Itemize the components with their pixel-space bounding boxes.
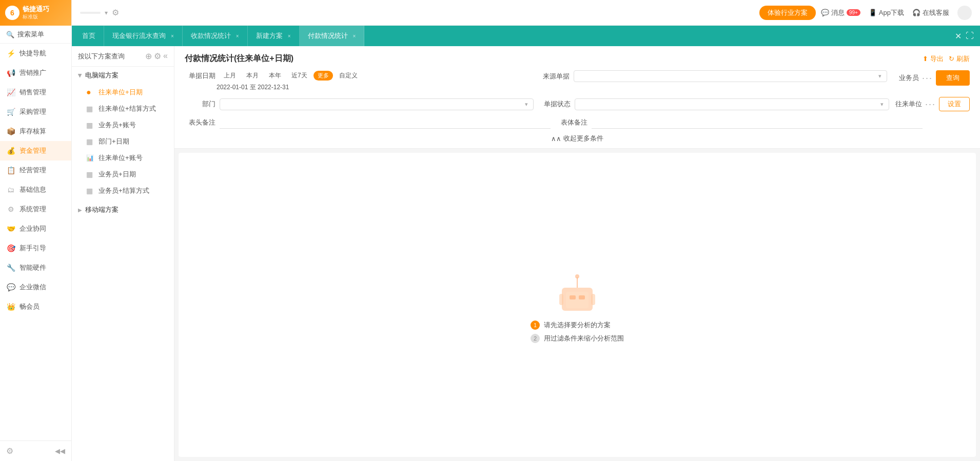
messages-label: 消息 [831, 8, 845, 17]
tab-new-scheme-close[interactable]: × [288, 33, 291, 39]
tabbar-actions: ✕ ⛶ [951, 31, 978, 41]
empty-step-1: 1 请先选择要分析的方案 [531, 320, 624, 330]
source-select[interactable]: ▾ [574, 70, 887, 82]
sidebar-item-inventory[interactable]: 📦 库存核算 [0, 122, 71, 141]
tab-receipt-close[interactable]: × [236, 33, 239, 39]
sidebar-item-guide[interactable]: 🎯 新手引导 [0, 238, 71, 258]
note-head-input[interactable] [220, 116, 551, 129]
date-tab-more[interactable]: 更多 [313, 71, 333, 81]
sidebar-item-operations-icon: 📋 [6, 166, 15, 175]
tab-home[interactable]: 首页 [74, 26, 104, 46]
sidebar-item-funds-label: 资金管理 [19, 146, 46, 155]
dept-select[interactable]: ▾ [220, 98, 534, 110]
date-tab-this-year[interactable]: 本年 [265, 70, 285, 81]
topbar-dropdown-icon[interactable]: ▾ [105, 9, 108, 16]
right-content: 付款情况统计(往来单位+日期) ⬆ 导出 ↻ 刷新 [174, 46, 980, 461]
refresh-label: 刷新 [956, 54, 970, 64]
sidebar-item-hardware[interactable]: 🔧 智能硬件 [0, 258, 71, 277]
scheme-item-unit-settlement-icon: ▦ [86, 105, 95, 113]
topbar-gear-icon[interactable]: ⚙ [112, 8, 119, 17]
message-icon: 💬 [821, 9, 829, 16]
sidebar-item-operations-label: 经营管理 [19, 166, 46, 175]
filter-row-2: 部门 ▾ 单据状态 ▾ [185, 97, 970, 111]
sidebar-item-sales[interactable]: 📈 销售管理 [0, 83, 71, 102]
app-edition: 标准版 [23, 13, 49, 21]
topbar-left: ▾ ⚙ [80, 8, 754, 17]
unit-dots-btn[interactable]: ··· [925, 99, 936, 110]
query-btn[interactable]: 查询 [936, 70, 970, 86]
scheme-item-salesman-settlement-label: 业务员+结算方式 [99, 186, 149, 195]
sidebar-item-purchase[interactable]: 🛒 采购管理 [0, 102, 71, 122]
scheme-item-dept-date[interactable]: ▦ 部门+日期 [72, 133, 174, 150]
refresh-btn[interactable]: ↻ 刷新 [949, 54, 970, 64]
status-select[interactable]: ▾ [575, 98, 889, 110]
sidebar-item-cooperation-icon: 🤝 [6, 224, 15, 233]
scheme-item-unit-settlement[interactable]: ▦ 往来单位+结算方式 [72, 101, 174, 117]
scheme-add-btn[interactable]: ⊕ [145, 51, 152, 61]
date-tab-this-month[interactable]: 本月 [242, 70, 263, 81]
settings-btn[interactable]: 设置 [939, 97, 970, 111]
trial-btn[interactable]: 体验行业方案 [759, 6, 816, 20]
tab-payment[interactable]: 付款情况统计 × [300, 26, 365, 46]
search-menu[interactable]: 🔍 搜索菜单 [0, 26, 71, 44]
filter-row-1: 单据日期 上月 本月 本年 近7天 更多 自定义 2022-01-0 [185, 70, 970, 92]
scheme-category-desktop[interactable]: ▶ 电脑端方案 [72, 67, 174, 84]
note-body-input[interactable] [592, 116, 923, 129]
app-download-btn[interactable]: 📱 App下载 [869, 8, 904, 17]
topbar-username [80, 12, 101, 14]
sidebar-item-wechat[interactable]: 💬 企业微信 [0, 277, 71, 297]
status-label: 单据状态 [540, 99, 571, 109]
sidebar-item-marketing[interactable]: 📢 营销推广 [0, 63, 71, 83]
sidebar-item-operations[interactable]: 📋 经营管理 [0, 161, 71, 180]
date-tab-7days[interactable]: 近7天 [287, 70, 311, 81]
date-tab-custom[interactable]: 自定义 [335, 70, 362, 81]
page-title: 付款情况统计(往来单位+日期) [185, 53, 293, 64]
sidebar-item-funds[interactable]: 💰 资金管理 [0, 141, 71, 161]
scheme-item-dept-date-label: 部门+日期 [99, 137, 129, 146]
scheme-item-salesman-account[interactable]: ▦ 业务员+账号 [72, 117, 174, 133]
sidebar-item-guide-label: 新手引导 [19, 244, 46, 253]
collapse-icon: ∧∧ [551, 135, 561, 143]
scheme-collapse-btn[interactable]: « [163, 51, 168, 61]
date-range-display: 2022-01-01 至 2022-12-31 [185, 83, 289, 92]
sidebar-settings-icon[interactable]: ⚙ [6, 446, 13, 456]
scheme-list: ▶ 电脑端方案 ● 往来单位+日期 ▦ 往来单位+结算方式 ▦ 业务员+账号 [72, 67, 174, 218]
scheme-item-unit-date[interactable]: ● 往来单位+日期 [72, 84, 174, 101]
tab-new-scheme[interactable]: 新建方案 × [248, 26, 300, 46]
date-tab-last-month[interactable]: 上月 [220, 70, 240, 81]
filter-dept-col: 部门 ▾ [185, 98, 534, 110]
scheme-category-mobile[interactable]: ▶ 移动端方案 [72, 201, 174, 218]
user-avatar[interactable] [957, 6, 972, 20]
tab-bank[interactable]: 现金银行流水查询 × [104, 26, 183, 46]
tabbar: 首页 现金银行流水查询 × 收款情况统计 × 新建方案 × 付款情况统计 × ✕… [72, 26, 980, 46]
scheme-item-salesman-settlement[interactable]: ▦ 业务员+结算方式 [72, 183, 174, 199]
tab-receipt[interactable]: 收款情况统计 × [183, 26, 248, 46]
sidebar-item-quick-nav[interactable]: ⚡ 快捷导航 [0, 44, 71, 63]
sidebar-item-marketing-label: 营销推广 [19, 68, 46, 77]
tab-bank-close[interactable]: × [171, 33, 174, 39]
category-mobile-arrow: ▶ [78, 207, 82, 213]
scheme-item-salesman-settlement-icon: ▦ [86, 187, 95, 195]
search-icon: 🔍 [6, 31, 14, 38]
scheme-item-unit-account[interactable]: 📊 往来单位+账号 [72, 150, 174, 166]
sidebar-item-member[interactable]: 👑 畅会员 [0, 297, 71, 316]
messages-btn[interactable]: 💬 消息 99+ [821, 8, 860, 17]
scheme-item-salesman-date[interactable]: ▦ 业务员+日期 [72, 166, 174, 183]
online-service-btn[interactable]: 🎧 在线客服 [912, 8, 949, 17]
sidebar-item-cooperation[interactable]: 🤝 企业协同 [0, 219, 71, 238]
filter-note-body-col: 表体备注 [557, 116, 923, 129]
tab-close-all-btn[interactable]: ✕ [955, 31, 962, 41]
sidebar-item-guide-icon: 🎯 [6, 244, 15, 253]
salesman-dots-btn[interactable]: ··· [922, 73, 933, 84]
sidebar-item-basic-info[interactable]: 🗂 基础信息 [0, 180, 71, 199]
unit-label: 往来单位 [895, 99, 922, 109]
download-label: App下载 [879, 8, 904, 17]
tab-expand-btn[interactable]: ⛶ [966, 31, 974, 41]
sidebar-item-system[interactable]: ⚙ 系统管理 [0, 199, 71, 219]
tab-payment-close[interactable]: × [353, 33, 356, 39]
svg-rect-7 [591, 294, 595, 305]
export-btn[interactable]: ⬆ 导出 [923, 54, 944, 64]
collapse-more-btn[interactable]: ∧∧ 收起更多条件 [551, 134, 603, 143]
sidebar-collapse-icon[interactable]: ◀◀ [55, 447, 65, 455]
scheme-settings-btn[interactable]: ⚙ [154, 51, 161, 61]
